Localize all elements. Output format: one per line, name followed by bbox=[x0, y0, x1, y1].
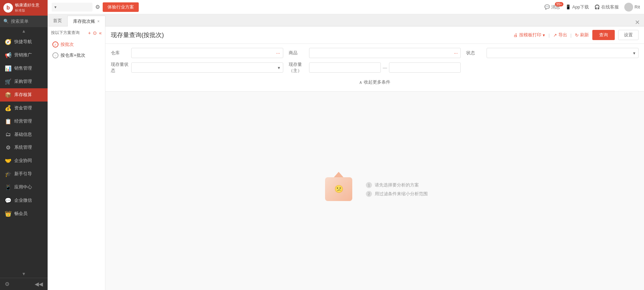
stock-qty-label: 现存量（主） bbox=[289, 61, 309, 74]
status-filter: 状态 ▾ bbox=[466, 48, 639, 58]
scroll-down-btn[interactable]: ▼ bbox=[0, 270, 48, 278]
stock-status-dropdown-icon: ▾ bbox=[278, 65, 280, 70]
left-panel-header: 按以下方案查询 + ⊙ « bbox=[48, 26, 105, 38]
experience-btn[interactable]: 体验行业方案 bbox=[103, 2, 139, 12]
product-dots[interactable]: ··· bbox=[454, 50, 458, 56]
page-title: 现存量查询(按批次) bbox=[111, 31, 164, 42]
topbar-gear-icon[interactable]: ⚙ bbox=[95, 4, 100, 10]
message-icon: 💬 bbox=[544, 4, 550, 10]
add-scheme-icon[interactable]: + bbox=[88, 30, 91, 36]
sidebar-item-member[interactable]: 👑 畅会员 bbox=[0, 207, 48, 220]
print-btn[interactable]: 🖨 按模板打印 ▾ bbox=[513, 32, 545, 38]
sidebar-item-sales[interactable]: 📊 销售管理 bbox=[0, 62, 48, 75]
scheme-label: 按批次 bbox=[61, 41, 74, 48]
sidebar-item-marketing[interactable]: 📢 营销推广 bbox=[0, 49, 48, 62]
finance-icon: 💰 bbox=[5, 105, 12, 111]
tab-home[interactable]: 首页 bbox=[48, 15, 67, 26]
sidebar-item-label: 经营管理 bbox=[14, 118, 32, 124]
scheme-list: ✓ 按批次 ○ 按仓库+批次 bbox=[48, 38, 105, 62]
inventory-icon: 📦 bbox=[5, 92, 12, 98]
stock-status-filter: 现存量状态 ▾ bbox=[111, 61, 283, 74]
main-area: ▾ ⚙ 体验行业方案 💬 消息 99+ 📱 App下载 🎧 在线客服 Rit bbox=[48, 0, 644, 290]
app-download-btn[interactable]: 📱 App下载 bbox=[565, 4, 589, 10]
purchase-icon: 🛒 bbox=[5, 78, 12, 85]
stock-qty-max-input[interactable] bbox=[389, 62, 461, 73]
export-icon: ↗ bbox=[553, 33, 557, 38]
warehouse-label: 仓库 bbox=[111, 50, 131, 56]
page-header-actions: 🖨 按模板打印 ▾ | ↗ 导出 | ↻ 刷新 查询 设置 bbox=[513, 30, 639, 43]
scroll-up-btn[interactable]: ▲ bbox=[0, 27, 48, 35]
scheme-settings-icon[interactable]: ⊙ bbox=[93, 30, 97, 36]
collapse-sidebar-icon[interactable]: ◀◀ bbox=[35, 281, 43, 287]
sidebar-item-purchase[interactable]: 🛒 采购管理 bbox=[0, 75, 48, 88]
sidebar-item-shortcut[interactable]: 🧭 快捷导航 bbox=[0, 35, 48, 49]
tip1-text: 请先选择要分析的方案 bbox=[375, 182, 419, 188]
refresh-btn[interactable]: ↻ 刷新 bbox=[575, 32, 589, 38]
marketing-icon: 📢 bbox=[5, 52, 12, 58]
tab-inventory-batch[interactable]: 库存批次账 × bbox=[67, 16, 105, 26]
sidebar-header: b 畅康通好生意 标准版 bbox=[0, 0, 48, 16]
wechat-icon: 💬 bbox=[5, 197, 12, 204]
sidebar-item-label: 畅会员 bbox=[14, 211, 28, 217]
product-filter: 商品 ··· bbox=[289, 48, 461, 58]
stock-status-select[interactable]: ▾ bbox=[131, 62, 283, 73]
product-input[interactable]: ··· bbox=[309, 48, 461, 58]
search-menu[interactable]: 🔍 搜索菜单 bbox=[0, 16, 48, 27]
sidebar-item-basic[interactable]: 🗂 基础信息 bbox=[0, 128, 48, 141]
stock-qty-min-input[interactable] bbox=[309, 62, 381, 73]
query-button[interactable]: 查询 bbox=[592, 30, 615, 40]
online-service-btn[interactable]: 🎧 在线客服 bbox=[594, 4, 619, 10]
user-avatar-btn[interactable]: Rit bbox=[624, 3, 640, 12]
scheme-item-batch[interactable]: ✓ 按批次 bbox=[48, 39, 105, 50]
message-btn[interactable]: 💬 消息 99+ bbox=[544, 4, 560, 10]
refresh-label: 刷新 bbox=[580, 32, 589, 38]
search-menu-label: 搜索菜单 bbox=[11, 18, 29, 24]
settings-footer-icon[interactable]: ⚙ bbox=[5, 281, 10, 287]
status-select[interactable]: ▾ bbox=[487, 48, 639, 58]
refresh-icon: ↻ bbox=[575, 33, 579, 38]
tab-home-label: 首页 bbox=[53, 18, 62, 24]
sidebar-item-wechat[interactable]: 💬 企业微信 bbox=[0, 194, 48, 207]
collapse-icon: ∧ bbox=[359, 80, 362, 85]
tip2-text: 用过滤条件来缩小分析范围 bbox=[375, 191, 428, 197]
message-badge: 99+ bbox=[555, 2, 563, 6]
headset-icon: 🎧 bbox=[594, 4, 600, 10]
sidebar-item-newbie[interactable]: 🎓 新手引导 bbox=[0, 167, 48, 181]
topbar-search[interactable]: ▾ bbox=[52, 3, 92, 12]
sidebar-nav: 🧭 快捷导航 📢 营销推广 📊 销售管理 🛒 采购管理 📦 库存核算 💰 资金管… bbox=[0, 35, 48, 270]
empty-icon: 😕 bbox=[322, 174, 356, 208]
export-label: 导出 bbox=[558, 32, 567, 38]
page-header: 现存量查询(按批次) 🖨 按模板打印 ▾ | ↗ 导出 | ↻ bbox=[105, 26, 644, 44]
collapse-conditions-btn[interactable]: ∧ 收起更多条件 bbox=[111, 77, 639, 87]
sidebar-item-label: 企业协同 bbox=[14, 158, 32, 164]
scheme-label: 按仓库+批次 bbox=[61, 52, 85, 58]
warehouse-dots[interactable]: ··· bbox=[276, 50, 280, 56]
collapse-panel-icon[interactable]: « bbox=[99, 30, 102, 36]
sidebar-item-system[interactable]: ⚙ 系统管理 bbox=[0, 141, 48, 154]
sales-icon: 📊 bbox=[5, 65, 12, 72]
warehouse-filter: 仓库 ··· bbox=[111, 48, 283, 58]
topbar: ▾ ⚙ 体验行业方案 💬 消息 99+ 📱 App下载 🎧 在线客服 Rit bbox=[48, 0, 644, 14]
sidebar-item-appstore[interactable]: 📱 应用中心 bbox=[0, 181, 48, 194]
scheme-item-warehouse-batch[interactable]: ○ 按仓库+批次 bbox=[48, 50, 105, 61]
left-panel-icons: + ⊙ « bbox=[88, 30, 102, 36]
sidebar-item-enterprise[interactable]: 🤝 企业协同 bbox=[0, 154, 48, 167]
sidebar-item-inventory[interactable]: 📦 库存核算 bbox=[0, 88, 48, 102]
business-icon: 📋 bbox=[5, 118, 12, 125]
panel-close-btn[interactable]: ✕ bbox=[631, 19, 644, 26]
tab-close-icon[interactable]: × bbox=[97, 19, 100, 24]
empty-face: 😕 bbox=[334, 185, 343, 194]
scheme-active-icon: ✓ bbox=[52, 41, 58, 48]
settings-button[interactable]: 设置 bbox=[618, 30, 639, 40]
empty-tip-2: 2 用过滤条件来缩小分析范围 bbox=[366, 191, 428, 197]
print-dropdown-icon[interactable]: ▾ bbox=[543, 33, 545, 38]
sidebar-item-finance[interactable]: 💰 资金管理 bbox=[0, 102, 48, 115]
warehouse-input[interactable]: ··· bbox=[131, 48, 283, 58]
topbar-right: 💬 消息 99+ 📱 App下载 🎧 在线客服 Rit bbox=[544, 3, 640, 12]
print-label: 按模板打印 bbox=[519, 32, 541, 38]
shortcut-icon: 🧭 bbox=[5, 39, 12, 45]
sidebar-item-business[interactable]: 📋 经营管理 bbox=[0, 115, 48, 128]
tabbar: 首页 库存批次账 × ✕ bbox=[48, 14, 644, 26]
export-btn[interactable]: ↗ 导出 bbox=[553, 32, 567, 38]
topbar-dropdown-icon: ▾ bbox=[54, 5, 56, 10]
